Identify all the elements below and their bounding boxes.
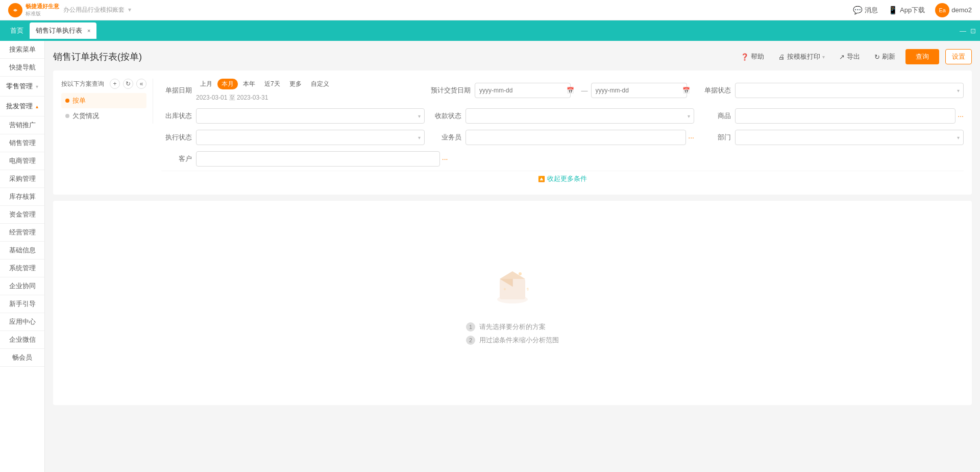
- sidebar-item-ecommerce[interactable]: 电商管理: [0, 152, 44, 170]
- delivery-date-range: 📅 — 📅: [475, 83, 694, 98]
- dept-label: 部门: [700, 133, 731, 142]
- sidebar-item-basic[interactable]: 基础信息: [0, 242, 44, 259]
- user-menu[interactable]: Ea demo2: [935, 3, 972, 17]
- minimize-button[interactable]: —: [960, 27, 966, 35]
- filter-item-exec-status: 执行状态 ▾: [161, 130, 425, 145]
- sidebar-item-purchase[interactable]: 采购管理: [0, 170, 44, 188]
- delivery-date-start: 📅: [475, 83, 578, 98]
- print-button[interactable]: 🖨 按模板打印 ▾: [774, 50, 829, 63]
- sidebar-item-corp-collab[interactable]: 企业协同: [0, 277, 44, 295]
- sidebar-item-system[interactable]: 系统管理: [0, 259, 44, 277]
- collect-status-label: 收款状态: [431, 111, 461, 121]
- tip-num-1: 1: [466, 322, 475, 332]
- sidebar-item-retail[interactable]: 零售管理 ▾: [0, 77, 44, 97]
- sidebar-item-inventory[interactable]: 库存核算: [0, 188, 44, 206]
- date-btn-custom[interactable]: 自定义: [307, 79, 333, 89]
- scheme-item-by-order[interactable]: 按单: [61, 93, 146, 108]
- sidebar-item-wholesale[interactable]: 批发管理 ▴: [0, 97, 44, 116]
- top-header: 畅捷通好生意 标准版 办公用品行业模拟账套 ▾ 💬 消息 📱 App下载 Ea …: [0, 0, 980, 20]
- app-subtitle: 办公用品行业模拟账套 ▾: [63, 6, 131, 14]
- exec-status-label: 执行状态: [161, 133, 192, 142]
- svg-point-7: [519, 272, 522, 275]
- help-button[interactable]: ❓ 帮助: [737, 50, 768, 63]
- active-dot: [65, 99, 69, 103]
- svg-point-8: [504, 288, 506, 290]
- tip-text-1: 请先选择要分析的方案: [479, 322, 546, 332]
- inactive-dot: [65, 114, 69, 118]
- message-button[interactable]: 💬 消息: [853, 6, 878, 15]
- page-actions: ❓ 帮助 🖨 按模板打印 ▾ ↗ 导出 ↻ 刷新 查询 设置: [737, 49, 972, 64]
- out-status-select[interactable]: [196, 108, 425, 124]
- order-status-control: ▾: [735, 83, 964, 98]
- out-status-control: ▾: [196, 108, 425, 124]
- date-btn-more[interactable]: 更多: [285, 79, 306, 89]
- filter-item-salesman: 业务员 ···: [431, 130, 694, 145]
- delivery-date-end-input[interactable]: [591, 83, 687, 98]
- date-btn-thismonth[interactable]: 本月: [217, 79, 238, 89]
- filter-left: 按以下方案查询 + ↻ « 按单 欠货情况: [61, 79, 153, 124]
- logo-area: 畅捷通好生意 标准版: [8, 3, 59, 17]
- date-btn-thisyear[interactable]: 本年: [239, 79, 259, 89]
- settings-button[interactable]: 设置: [945, 49, 972, 64]
- date-btn-lastmonth[interactable]: 上月: [196, 79, 216, 89]
- salesman-dots[interactable]: ···: [688, 133, 694, 141]
- refresh-button[interactable]: ↻ 刷新: [870, 50, 899, 63]
- exec-status-select[interactable]: [196, 130, 425, 145]
- filter-item-out-status: 出库状态 ▾: [161, 108, 425, 124]
- date-label: 单据日期: [161, 86, 192, 95]
- empty-tip-1: 1 请先选择要分析的方案: [466, 322, 559, 332]
- sidebar-search[interactable]: 搜索菜单: [0, 41, 44, 59]
- page-title: 销售订单执行表(按单): [53, 51, 142, 63]
- delivery-date-label: 预计交货日期: [431, 86, 471, 95]
- empty-state-container: 1 请先选择要分析的方案 2 用过滤条件来缩小分析范围: [53, 201, 972, 405]
- date-range-hint: 2023-03-01 至 2023-03-31: [196, 93, 425, 102]
- header-left: 畅捷通好生意 标准版 办公用品行业模拟账套 ▾: [8, 3, 131, 17]
- sidebar-item-operation[interactable]: 经营管理: [0, 224, 44, 242]
- query-button[interactable]: 查询: [905, 49, 939, 64]
- sidebar-item-newuser[interactable]: 新手引导: [0, 295, 44, 313]
- collect-status-select[interactable]: [465, 108, 694, 124]
- goods-input[interactable]: [735, 108, 955, 124]
- out-status-label: 出库状态: [161, 111, 192, 121]
- refresh-scheme-button[interactable]: ↻: [123, 79, 133, 89]
- filter-item-collect-status: 收款状态 ▾: [431, 108, 694, 124]
- collapse-scheme-button[interactable]: «: [136, 79, 146, 89]
- delivery-date-start-input[interactable]: [475, 83, 571, 98]
- collect-status-control: ▾: [465, 108, 694, 124]
- filter-item-goods: 商品 ···: [700, 108, 964, 124]
- goods-dots[interactable]: ···: [958, 112, 964, 120]
- sidebar-item-sales[interactable]: 销售管理: [0, 134, 44, 152]
- tab-close-icon[interactable]: ×: [87, 28, 90, 34]
- sidebar-item-member[interactable]: 畅会员: [0, 349, 44, 367]
- add-scheme-button[interactable]: +: [110, 79, 120, 89]
- scheme-item-backorder[interactable]: 欠货情况: [61, 108, 146, 124]
- tab-home[interactable]: 首页: [4, 22, 30, 39]
- sidebar-item-appcenter[interactable]: 应用中心: [0, 313, 44, 331]
- header-right: 💬 消息 📱 App下载 Ea demo2: [853, 3, 972, 17]
- filter-left-actions: + ↻ «: [110, 79, 146, 89]
- page-title-bar: 销售订单执行表(按单) ❓ 帮助 🖨 按模板打印 ▾ ↗ 导出 ↻ 刷新 查询 …: [53, 49, 972, 64]
- date-btn-7days[interactable]: 近7天: [260, 79, 284, 89]
- customer-dots[interactable]: ···: [442, 155, 448, 163]
- tab-active[interactable]: 销售订单执行表 ×: [30, 22, 96, 39]
- order-status-select[interactable]: [735, 83, 964, 98]
- salesman-input[interactable]: [465, 130, 686, 145]
- filter-row-2: 出库状态 ▾ 收款状态: [161, 108, 964, 124]
- filter-row-3: 执行状态 ▾ 业务员 ···: [161, 130, 964, 145]
- maximize-button[interactable]: ⊡: [970, 27, 976, 35]
- filter-right: 单据日期 上月 本月 本年 近7天 更多 自定义 2023-03-01 至 20…: [153, 79, 964, 186]
- sidebar-item-wechat[interactable]: 企业微信: [0, 331, 44, 349]
- customer-input[interactable]: [196, 151, 440, 167]
- sidebar-item-finance[interactable]: 资金管理: [0, 206, 44, 224]
- export-button[interactable]: ↗ 导出: [835, 50, 864, 63]
- date-quick-tabs: 上月 本月 本年 近7天 更多 自定义: [196, 79, 425, 89]
- filter-row-1: 单据日期 上月 本月 本年 近7天 更多 自定义 2023-03-01 至 20…: [161, 79, 964, 102]
- date-separator: —: [581, 87, 588, 95]
- tip-text-2: 用过滤条件来缩小分析范围: [479, 336, 559, 345]
- collapse-filter-button[interactable]: 🔼 收起更多条件: [161, 171, 964, 186]
- sidebar-item-quick-nav[interactable]: 快捷导航: [0, 59, 44, 77]
- dept-select[interactable]: [735, 130, 964, 145]
- empty-tips: 1 请先选择要分析的方案 2 用过滤条件来缩小分析范围: [466, 322, 559, 345]
- sidebar-item-marketing[interactable]: 营销推广: [0, 116, 44, 134]
- app-download-button[interactable]: 📱 App下载: [888, 6, 925, 15]
